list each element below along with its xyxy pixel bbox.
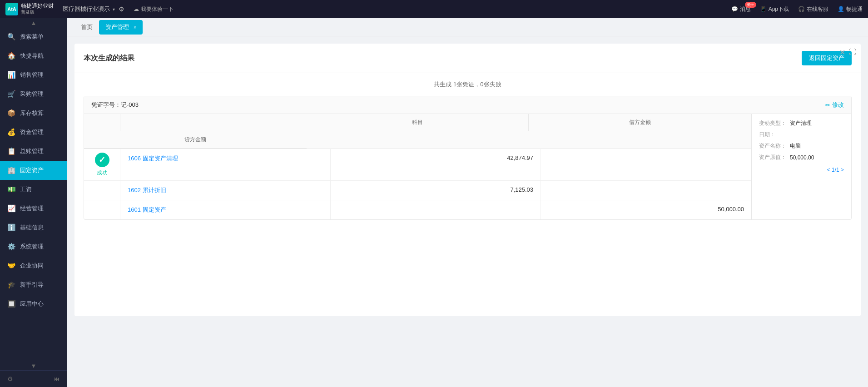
avatar-icon: 👤 [838,6,844,12]
main-layout: ▲ 🔍 搜索菜单 🏠 快捷导航 📊 销售管理 🛒 采购管理 📦 库存核算 [0,18,868,387]
edit-button[interactable]: ✏ 修改 [825,101,844,109]
sidebar-label-purchase: 采购管理 [20,90,44,98]
app-download-label: App下载 [769,5,789,13]
sidebar-label-operation: 经营管理 [20,204,44,213]
subject-cell-2[interactable]: 1602 累计折旧 [120,181,331,200]
headset-icon: 🎧 [798,6,805,12]
asset-value-value: 50,000.00 [790,154,814,161]
sidebar-scroll-down[interactable]: ▼ [0,361,67,370]
sidebar-label-enterprise: 企业协同 [20,262,44,270]
page-content: ✕ ⛶ 本次生成的结果 返回固定资产 共生成 1张凭证，0张失败 凭证字号：记-… [67,36,868,387]
edit-label: 修改 [832,101,844,109]
change-type-value: 资产清理 [790,119,812,127]
col-header-debit: 借方金额 [529,114,751,131]
download-icon: 📱 [760,6,767,12]
subject-cell-1[interactable]: 1606 固定资产清理 [120,149,331,180]
success-indicator: ✓ 成功 [84,149,120,180]
sidebar-collapse-icon[interactable]: ⏮ [54,375,60,382]
sidebar-label-finance: 资金管理 [20,128,44,136]
content-area: 首页 资产管理 × ✕ ⛶ 本次生成的结果 返回固定资产 [67,18,868,387]
app-logo: AtA 畅捷通好业财 普及版 [5,3,54,15]
sidebar-item-search[interactable]: 🔍 搜索菜单 [0,27,67,46]
credit-cell-1 [541,149,751,180]
panel-close-icon[interactable]: ✕ [839,48,845,57]
sidebar-label-basic: 基础信息 [20,223,44,232]
voucher-body: 科目 借方金额 贷方金额 ✓ 成功 [84,114,851,219]
tab-home[interactable]: 首页 [74,20,99,35]
message-button[interactable]: 💬 消息 99+ [731,5,751,13]
purchase-icon: 🛒 [7,90,15,98]
experience-btn[interactable]: ☁ 我要体验一下 [134,5,174,13]
voucher-side-panel: 变动类型： 资产清理 日期： 资产名称： 电脑 [751,114,851,219]
next-page-icon[interactable]: > [841,167,844,173]
table-row: 1602 累计折旧 7,125.03 [84,181,751,200]
logo-text: 畅捷通好业财 [21,3,54,9]
sidebar-item-nav[interactable]: 🏠 快捷导航 [0,46,67,65]
sidebar-item-salary[interactable]: 💵 工资 [0,180,67,199]
sidebar-label-search: 搜索菜单 [20,33,44,41]
salary-icon: 💵 [7,185,15,194]
asset-name-value: 电脑 [790,142,801,150]
user-name: 畅捷通 [846,5,863,13]
edit-icon: ✏ [825,102,830,109]
sidebar-item-operation[interactable]: 📈 经营管理 [0,199,67,218]
panel-expand-icon[interactable]: ⛶ [849,48,856,57]
home-icon: 🏠 [7,52,15,60]
table-row: 1601 固定资产 50,000.00 [84,200,751,219]
date-row: 日期： [759,131,844,139]
panel-controls: ✕ ⛶ [839,48,856,57]
voucher-number: 凭证字号：记-003 [91,101,139,109]
change-type-label: 变动类型： [759,119,786,127]
asset-value-label: 资产原值： [759,154,786,161]
sidebar-label-system: 系统管理 [20,243,44,251]
sidebar-label-guide: 新手引导 [20,281,44,289]
logo-sub: 普及版 [21,9,54,15]
subject-cell-3[interactable]: 1601 固定资产 [120,200,331,219]
sidebar-item-sales[interactable]: 📊 销售管理 [0,65,67,84]
sidebar-label-ledger: 总账管理 [20,147,44,155]
app-download-button[interactable]: 📱 App下载 [760,5,789,13]
sidebar-item-fixed-assets[interactable]: 🏢 固定资产 [0,161,67,180]
tab-asset-management[interactable]: 资产管理 × [99,20,143,35]
asset-name-row: 资产名称： 电脑 [759,142,844,150]
experience-label: 我要体验一下 [141,5,174,13]
page-number: 1/1 [832,167,841,173]
ledger-icon: 📋 [7,147,15,155]
company-selector[interactable]: 医疗器械行业演示 ▾ [63,5,115,13]
user-profile-button[interactable]: 👤 畅捷通 [838,5,863,13]
voucher-section: 凭证字号：记-003 ✏ 修改 [84,96,852,220]
sidebar-label-fixed-assets: 固定资产 [20,166,44,174]
sidebar-item-inventory[interactable]: 📦 库存核算 [0,104,67,123]
settings-icon[interactable]: ⚙ [119,5,124,13]
search-icon: 🔍 [7,33,15,41]
sidebar-item-finance[interactable]: 💰 资金管理 [0,123,67,142]
sidebar-label-nav: 快捷导航 [20,52,44,60]
sidebar-item-basic[interactable]: ℹ️ 基础信息 [0,218,67,237]
sidebar-item-app-center[interactable]: 🔲 应用中心 [0,294,67,313]
summary-bar: 共生成 1张凭证，0张失败 [74,73,861,96]
debit-cell-1: 42,874.97 [331,149,541,180]
sidebar-gear-icon[interactable]: ⚙ [7,375,13,382]
sidebar-item-ledger[interactable]: 📋 总账管理 [0,142,67,161]
sidebar-item-guide[interactable]: 🎓 新手引导 [0,275,67,294]
tab-asset-management-label: 资产管理 [105,23,129,31]
sidebar-scroll-up[interactable]: ▲ [0,18,67,27]
summary-text: 共生成 1张凭证，0张失败 [434,81,501,88]
message-icon: 💬 [731,6,738,12]
sidebar-label-salary: 工资 [20,185,32,194]
col-header-subject: 科目 [307,114,529,131]
finance-icon: 💰 [7,128,15,136]
sidebar-item-enterprise[interactable]: 🤝 企业协同 [0,256,67,275]
table-row: ✓ 成功 1606 固定资产清理 42,874.97 [84,149,751,181]
prev-page-icon[interactable]: < [827,167,830,173]
debit-cell-3 [331,200,541,219]
sidebar-item-purchase[interactable]: 🛒 采购管理 [0,84,67,104]
page-title: 本次生成的结果 [84,54,134,63]
sidebar-item-system[interactable]: ⚙️ 系统管理 [0,237,67,256]
tab-close-icon[interactable]: × [134,25,136,30]
sidebar-label-app-center: 应用中心 [20,300,44,308]
top-bar: AtA 畅捷通好业财 普及版 医疗器械行业演示 ▾ ⚙ ☁ 我要体验一下 💬 消… [0,0,868,18]
online-support-button[interactable]: 🎧 在线客服 [798,5,828,13]
sidebar-bottom: ⚙ ⏮ [0,370,67,387]
sidebar: ▲ 🔍 搜索菜单 🏠 快捷导航 📊 销售管理 🛒 采购管理 📦 库存核算 [0,18,67,387]
